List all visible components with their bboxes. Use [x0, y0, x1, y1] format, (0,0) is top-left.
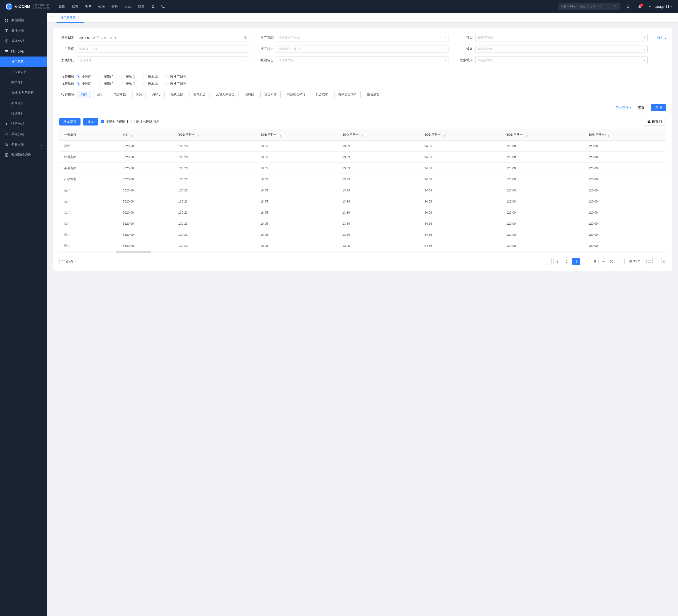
- page-number[interactable]: 3: [572, 258, 580, 265]
- sidebar-item[interactable]: 渠道分析: [0, 129, 47, 139]
- metric-tag[interactable]: 机会成本: [312, 90, 332, 98]
- nav-item[interactable]: 数据: [59, 4, 65, 9]
- bell-icon[interactable]: 5: [636, 3, 644, 10]
- promo-method-select[interactable]: 请选择推广方式▾: [276, 34, 448, 41]
- radio-option[interactable]: 按推广属性: [165, 82, 186, 86]
- metric-tag[interactable]: 流水: [93, 90, 107, 98]
- tabs-menu-icon[interactable]: ☰: [50, 16, 57, 20]
- metric-tag[interactable]: 反馈无效机会: [212, 90, 238, 98]
- radio-option[interactable]: 按地域: [143, 82, 158, 86]
- sidebar-item[interactable]: 访客分析: [0, 119, 47, 129]
- sidebar-item[interactable]: 漏斗分析: [0, 26, 47, 36]
- sidebar-subitem[interactable]: 广告商分析: [0, 67, 47, 77]
- nav-item[interactable]: 报名: [138, 4, 144, 9]
- device-select[interactable]: 请选择设备▾: [475, 45, 648, 53]
- metric-tag[interactable]: 回访数: [241, 90, 258, 98]
- radio-option[interactable]: 按时间: [77, 82, 91, 86]
- col-header[interactable]: 3/05(星期一) ▲▼: [420, 129, 502, 141]
- sidebar-item[interactable]: 销售分析⌄: [0, 139, 47, 150]
- date-range-picker[interactable]: 2021-03-02至2021-03-16 📅: [77, 34, 249, 41]
- page-next[interactable]: ›: [617, 258, 625, 265]
- metric-tag[interactable]: 有效机会销转: [283, 90, 309, 98]
- col-header[interactable]: 3/04(星期一) ▲▼: [338, 129, 419, 141]
- set-columns-button[interactable]: 设置列: [643, 118, 666, 125]
- user-icon[interactable]: [151, 4, 155, 9]
- tab-promo-overview[interactable]: 推广总预览 ✕: [57, 13, 83, 23]
- nav-item[interactable]: 线索: [72, 4, 78, 9]
- search-button[interactable]: [611, 4, 620, 8]
- status-dot: [649, 6, 651, 7]
- radio-option[interactable]: 按项目: [121, 75, 136, 79]
- svg-rect-0: [5, 19, 6, 20]
- metric-tag[interactable]: 报名成功: [363, 90, 383, 98]
- project-select[interactable]: 请选择项目▾: [475, 34, 648, 41]
- nav-item[interactable]: 公海: [98, 4, 105, 9]
- page-number[interactable]: 5: [591, 258, 599, 265]
- calendar-icon: 📅: [243, 36, 247, 39]
- page-last[interactable]: 50: [608, 258, 615, 265]
- dept-select[interactable]: 请选择部门▾: [77, 57, 249, 64]
- radio-option[interactable]: 按地域: [143, 75, 158, 79]
- col-header[interactable]: 3/07(星期一) ▲▼: [584, 129, 666, 141]
- metric-tag[interactable]: 有效机会: [190, 90, 210, 98]
- page-jump-input[interactable]: [652, 258, 662, 265]
- mobile-icon[interactable]: [624, 3, 632, 10]
- advertiser-select[interactable]: 请选择广告商▾: [77, 45, 249, 53]
- nav-item[interactable]: 客户: [85, 4, 91, 9]
- reset-button[interactable]: 重置: [634, 104, 648, 111]
- metric-tag[interactable]: 消费: [77, 90, 91, 98]
- metric-tag[interactable]: ARPU: [148, 90, 164, 98]
- metric-tag[interactable]: ROI: [132, 90, 146, 98]
- search-box: 手机号码▾: [558, 3, 620, 10]
- h-scrollbar[interactable]: [59, 251, 666, 253]
- search-type-select[interactable]: 手机号码▾: [558, 3, 578, 10]
- topbar: 云朵CRM 教育机构一站式服务云平台 数据线索客户公海财务运营报名 手机号码▾ …: [0, 0, 678, 13]
- sidebar-item[interactable]: 数据看版: [0, 15, 47, 26]
- search-input[interactable]: [578, 5, 611, 8]
- metric-tag[interactable]: 成交单数: [110, 90, 130, 98]
- user-menu[interactable]: manager11 ▾: [649, 5, 672, 8]
- nav-item[interactable]: 运营: [124, 4, 131, 9]
- sidebar-subitem[interactable]: 项目分析: [0, 98, 47, 108]
- radio-option[interactable]: 按项目: [121, 82, 136, 86]
- col-header[interactable]: 合计 ▲▼: [118, 129, 174, 141]
- deleted-stat-checkbox[interactable]: 统计已删除用户: [131, 120, 159, 124]
- metric-tag[interactable]: 新机会数: [167, 90, 187, 98]
- page-size-select[interactable]: 10 条/页▾: [59, 258, 79, 265]
- col-header[interactable]: 一级项目: [59, 129, 118, 141]
- city-select[interactable]: 请选择城市▾: [475, 57, 648, 64]
- sidebar-item[interactable]: 推广分析⌃: [0, 46, 47, 57]
- province-select[interactable]: 请选择省份▾: [276, 57, 448, 64]
- col-header[interactable]: 3/06(星期一) ▲▼: [502, 129, 583, 141]
- col-header[interactable]: 3/03(星期一) ▲▼: [256, 129, 338, 141]
- promo-account-select[interactable]: 请选择推广账户▾: [276, 45, 448, 53]
- page-number[interactable]: 1: [554, 258, 561, 265]
- radio-option[interactable]: 按推广属性: [165, 75, 186, 79]
- sidebar-subitem[interactable]: 关键词/创意分析: [0, 87, 47, 98]
- expand-conditions-link[interactable]: 展开条件▾: [615, 106, 631, 110]
- sidebar-subitem[interactable]: 推广总览: [0, 57, 47, 67]
- metric-tag[interactable]: 有效机会成本: [334, 90, 361, 98]
- radio-option[interactable]: 按时间: [77, 75, 91, 79]
- sidebar-subitem[interactable]: 账户分析: [0, 77, 47, 87]
- svg-rect-1: [7, 19, 8, 20]
- collapse-link[interactable]: 收起▴: [657, 36, 666, 40]
- radio-option[interactable]: 按部门: [99, 82, 113, 86]
- close-icon[interactable]: ✕: [77, 16, 80, 19]
- page-number[interactable]: 2: [563, 258, 570, 265]
- query-button[interactable]: 查询: [651, 104, 666, 111]
- page-prev[interactable]: ‹: [544, 258, 552, 265]
- date-label: 选择日期: [59, 36, 74, 40]
- switch-axes-button[interactable]: 横纵切换: [59, 118, 80, 125]
- col-header[interactable]: 3/02(星期一) ▲▼: [174, 129, 256, 141]
- cash-stat-checkbox[interactable]: ✓按现金消费统计: [101, 120, 128, 124]
- radio-option[interactable]: 按部门: [99, 75, 113, 79]
- nav-item[interactable]: 财务: [111, 4, 118, 9]
- sidebar-item[interactable]: 成本分析: [0, 36, 47, 46]
- sidebar-item[interactable]: 数据流转记录: [0, 150, 47, 160]
- sidebar-subitem[interactable]: 站点分析: [0, 108, 47, 119]
- phone-icon[interactable]: [161, 4, 165, 9]
- page-number[interactable]: 4: [582, 258, 589, 265]
- export-button[interactable]: 导出: [83, 118, 98, 125]
- metric-tag[interactable]: 机会销转: [260, 90, 280, 98]
